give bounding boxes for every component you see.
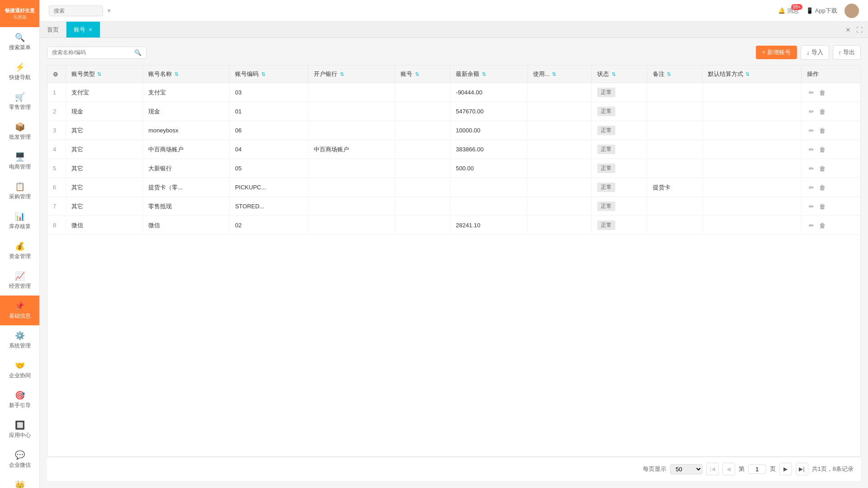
delete-button[interactable]: 🗑 (817, 126, 827, 135)
edit-button[interactable]: ✏ (807, 164, 816, 173)
sidebar-item-member[interactable]: 👑畅会员 (0, 474, 39, 488)
row-type: 其它 (66, 178, 143, 197)
edit-button[interactable]: ✏ (807, 183, 816, 192)
delete-button[interactable]: 🗑 (817, 88, 827, 97)
col-name[interactable]: 账号名称 ⇅ (143, 66, 230, 83)
message-badge: 99+ (791, 4, 802, 10)
edit-button[interactable]: ✏ (807, 202, 816, 211)
delete-button[interactable]: 🗑 (817, 221, 827, 230)
row-remark (647, 159, 702, 178)
row-bank (308, 83, 395, 102)
quick-nav-icon: ⚡ (15, 62, 25, 72)
delete-button[interactable]: 🗑 (817, 107, 827, 116)
next-page-button[interactable]: ▶ (779, 463, 792, 475)
tab-account[interactable]: 账号 ✕ (66, 22, 100, 38)
col-status[interactable]: 状态 ⇅ (592, 66, 647, 83)
edit-button[interactable]: ✏ (807, 145, 816, 154)
sidebar-item-system[interactable]: ⚙️系统管理 (0, 325, 39, 355)
add-account-button[interactable]: + 新增账号 (756, 46, 797, 59)
main-content: ▾ 🔔 消息 99+ 📱 App下载 首页 账号 ✕ ✕ ⛶ (40, 0, 868, 488)
user-avatar[interactable] (844, 4, 859, 18)
page-size-select[interactable]: 50 10 20 100 (670, 464, 703, 474)
table-row: 3 其它 moneybosx 06 10000.00 正常 ✏ 🗑 (47, 121, 860, 140)
tab-maximize-icon[interactable]: ⛶ (854, 24, 864, 35)
col-code[interactable]: 账号编码 ⇅ (229, 66, 308, 83)
operations-icon: 📈 (15, 271, 25, 281)
delete-button[interactable]: 🗑 (817, 183, 827, 192)
sidebar-item-inventory[interactable]: 📊库存核算 (0, 206, 39, 236)
row-usage (527, 102, 591, 121)
first-page-button[interactable]: |◀ (706, 463, 719, 475)
col-settings[interactable]: ⚙ (47, 66, 66, 83)
tab-home[interactable]: 首页 (40, 22, 66, 38)
tab-account-label: 账号 (74, 26, 85, 34)
sidebar-item-app-center[interactable]: 🔲应用中心 (0, 415, 39, 445)
delete-button[interactable]: 🗑 (817, 164, 827, 173)
col-usage[interactable]: 使用... ⇅ (527, 66, 591, 83)
app-download-button[interactable]: 📱 App下载 (806, 7, 837, 15)
col-bank[interactable]: 开户银行 ⇅ (308, 66, 395, 83)
edit-button[interactable]: ✏ (807, 107, 816, 116)
inventory-icon: 📊 (15, 211, 25, 221)
table-body: 1 支付宝 支付宝 03 -90444.00 正常 ✏ 🗑 2 现金 现金 01… (47, 83, 860, 235)
col-balance[interactable]: 最新余额 ⇅ (450, 66, 528, 83)
sidebar-item-operations[interactable]: 📈经营管理 (0, 266, 39, 296)
row-remark (647, 197, 702, 216)
edit-button[interactable]: ✏ (807, 221, 816, 230)
row-type: 其它 (66, 197, 143, 216)
toolbar: 🔍 + 新增账号 ↓ 导入 ↑ 导出 (47, 45, 861, 60)
row-code: 06 (229, 121, 308, 140)
sort-type-icon: ⇅ (97, 71, 101, 77)
sidebar-item-enterprise-agreement[interactable]: 🤝企业协同 (0, 355, 39, 385)
table-row: 4 其它 中百商场账户 04 中百商场账户 383866.00 正常 ✏ 🗑 (47, 140, 860, 159)
col-type[interactable]: 账号类型 ⇅ (66, 66, 143, 83)
edit-button[interactable]: ✏ (807, 88, 816, 97)
sidebar-item-wholesale[interactable]: 📦批发管理 (0, 117, 39, 146)
sidebar-item-basic-info[interactable]: 📌基础信息 (0, 296, 39, 325)
sidebar-label-retail: 零售管理 (9, 103, 31, 111)
sidebar-item-newbie-guide[interactable]: 🎯新手引导 (0, 385, 39, 415)
row-default-settlement (702, 178, 801, 197)
search-input[interactable] (52, 49, 132, 56)
message-button[interactable]: 🔔 消息 99+ (778, 7, 799, 15)
row-usage (527, 121, 591, 140)
system-icon: ⚙️ (15, 331, 25, 341)
sidebar-item-purchase[interactable]: 📋采购管理 (0, 176, 39, 206)
sidebar-label-inventory: 库存核算 (9, 223, 31, 230)
sidebar-item-retail[interactable]: 🛒零售管理 (0, 87, 39, 117)
row-account (395, 121, 450, 140)
row-usage (527, 159, 591, 178)
row-code: 02 (229, 216, 308, 235)
row-default-settlement (702, 102, 801, 121)
topbar-search-input[interactable] (49, 5, 103, 16)
page-input[interactable] (748, 465, 766, 474)
sidebar-item-capital[interactable]: 💰资金管理 (0, 236, 39, 266)
tab-close-all-icon[interactable]: ✕ (844, 24, 853, 35)
row-status: 正常 (592, 83, 647, 102)
sidebar-item-quick-nav[interactable]: ⚡快捷导航 (0, 57, 39, 87)
page-size-label: 每页显示 (643, 465, 666, 473)
search-icon[interactable]: 🔍 (134, 49, 142, 56)
row-num: 3 (47, 121, 66, 140)
sidebar-item-search-menu[interactable]: 🔍搜索菜单 (0, 27, 39, 57)
table-row: 8 微信 微信 02 28241.10 正常 ✏ 🗑 (47, 216, 860, 235)
sidebar-label-enterprise-agreement: 企业协同 (9, 372, 31, 380)
delete-button[interactable]: 🗑 (817, 145, 827, 154)
sort-account-icon: ⇅ (415, 71, 419, 77)
last-page-button[interactable]: ▶| (796, 463, 808, 475)
export-button[interactable]: ↑ 导出 (833, 45, 861, 60)
page-content: 🔍 + 新增账号 ↓ 导入 ↑ 导出 ⚙ (40, 38, 868, 488)
sidebar-item-enterprise-wechat[interactable]: 💬企业微信 (0, 445, 39, 474)
enterprise-wechat-icon: 💬 (15, 450, 25, 460)
edit-button[interactable]: ✏ (807, 126, 816, 135)
tab-account-close[interactable]: ✕ (88, 27, 93, 33)
delete-button[interactable]: 🗑 (817, 202, 827, 211)
import-button[interactable]: ↓ 导入 (801, 45, 829, 60)
topbar-dropdown-icon[interactable]: ▾ (108, 7, 111, 14)
sidebar-item-ecommerce[interactable]: 🖥️电商管理 (0, 146, 39, 176)
col-account[interactable]: 账号 ⇅ (395, 66, 450, 83)
logo-sub: 乐惠版 (13, 14, 27, 20)
col-default-settlement[interactable]: 默认结算方式 ⇅ (702, 66, 801, 83)
prev-page-button[interactable]: ◀ (722, 463, 735, 475)
col-remark[interactable]: 备注 ⇅ (647, 66, 702, 83)
